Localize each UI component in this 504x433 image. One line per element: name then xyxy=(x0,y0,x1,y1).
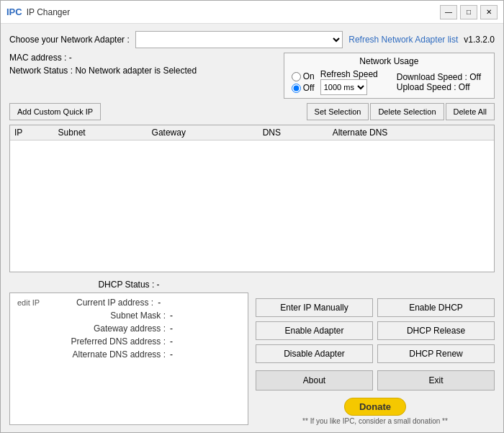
delete-all-button[interactable]: Delete All xyxy=(446,103,495,120)
toolbar: Add Custom Quick IP Set Selection Delete… xyxy=(9,103,495,120)
preferred-dns-value: - xyxy=(170,336,173,347)
usage-grid: On Off Refresh Speed 1000 ms xyxy=(292,69,487,95)
ip-info-col: DHCP Status : - edit IP Current IP addre… xyxy=(9,280,248,425)
download-upload-col: Download Speed : Off Upload Speed : Off xyxy=(397,72,481,92)
network-usage-title: Network Usage xyxy=(292,56,487,66)
radio-on-label[interactable]: On xyxy=(292,71,315,81)
mac-row: MAC address : - xyxy=(9,53,281,63)
main-window: IPC IP Changer — □ ✕ Choose your Network… xyxy=(0,0,504,433)
adapter-label: Choose your Network Adapter : xyxy=(9,35,130,45)
current-ip-row: edit IP Current IP address : - xyxy=(17,298,240,308)
ip-table: IP Subnet Gateway DNS Alternate DNS xyxy=(10,125,494,140)
refresh-speed-label: Refresh Speed xyxy=(320,69,378,79)
network-status-value: No Network adapter is Selected xyxy=(75,66,197,76)
upload-speed-value: Off xyxy=(459,82,470,92)
enable-adapter-button[interactable]: Enable Adapter xyxy=(256,321,373,340)
adapter-select[interactable] xyxy=(135,31,343,48)
alternate-dns-row: Alternate DNS address : - xyxy=(17,349,240,360)
title-bar: IPC IP Changer — □ ✕ xyxy=(1,1,503,24)
ip-info-box: edit IP Current IP address : - Subnet Ma… xyxy=(9,293,248,425)
minimize-button[interactable]: — xyxy=(440,5,457,19)
maximize-button[interactable]: □ xyxy=(460,5,477,19)
dhcp-release-button[interactable]: DHCP Release xyxy=(377,321,495,340)
upload-speed-label: Upload Speed : xyxy=(397,82,456,92)
gateway-value: - xyxy=(170,323,173,334)
subnet-mask-row: Subnet Mask : - xyxy=(17,311,240,321)
radio-off[interactable] xyxy=(292,84,301,93)
donate-button[interactable]: Donate xyxy=(344,398,406,416)
edit-ip-tag: edit IP xyxy=(17,298,40,307)
radio-group: On Off xyxy=(292,71,315,93)
close-button[interactable]: ✕ xyxy=(480,5,498,19)
mac-network-col: MAC address : - Network Status : No Netw… xyxy=(9,53,281,99)
col-alternate-dns: Alternate DNS xyxy=(328,125,494,140)
upload-speed-row: Upload Speed : Off xyxy=(397,82,481,92)
donate-note: ** If you like IPC, consider a small don… xyxy=(302,417,448,425)
about-button[interactable]: About xyxy=(256,370,373,390)
app-icon: IPC xyxy=(6,6,22,17)
col-subnet: Subnet xyxy=(54,125,148,140)
ip-table-container: IP Subnet Gateway DNS Alternate DNS xyxy=(9,125,495,272)
download-speed-label: Download Speed : xyxy=(397,72,467,82)
gateway-label: Gateway address : xyxy=(55,323,170,334)
preferred-dns-row: Preferred DNS address : - xyxy=(17,336,240,347)
enter-ip-manually-button[interactable]: Enter IP Manually xyxy=(256,298,373,317)
radio-off-label[interactable]: Off xyxy=(292,83,315,93)
alternate-dns-label: Alternate DNS address : xyxy=(55,349,170,360)
col-dns: DNS xyxy=(258,125,328,140)
action-row-2: Enable Adapter DHCP Release xyxy=(256,321,495,340)
radio-off-text: Off xyxy=(303,83,315,93)
refresh-speed-col: Refresh Speed 1000 ms xyxy=(320,69,378,95)
disable-adapter-button[interactable]: Disable Adapter xyxy=(256,344,373,363)
mac-value: - xyxy=(69,53,72,63)
about-exit-row: About Exit xyxy=(256,370,495,390)
radio-on-text: On xyxy=(303,71,315,81)
current-ip-label: Current IP address : xyxy=(42,298,158,308)
dhcp-status-row: DHCP Status : - xyxy=(9,280,248,290)
network-info-row: MAC address : - Network Status : No Netw… xyxy=(9,53,495,99)
enable-dhcp-button[interactable]: Enable DHCP xyxy=(377,298,495,317)
action-row-3: Disable Adapter DHCP Renew xyxy=(256,344,495,363)
bottom-section: DHCP Status : - edit IP Current IP addre… xyxy=(9,280,495,425)
exit-button[interactable]: Exit xyxy=(377,370,495,390)
window-controls: — □ ✕ xyxy=(440,5,498,19)
donate-row: Donate ** If you like IPC, consider a sm… xyxy=(256,398,495,425)
adapter-row: Choose your Network Adapter : Refresh Ne… xyxy=(9,31,495,48)
main-content: Choose your Network Adapter : Refresh Ne… xyxy=(1,24,503,432)
col-ip: IP xyxy=(10,125,54,140)
alternate-dns-value: - xyxy=(170,349,173,360)
network-usage-box: Network Usage On Off Refresh Speed xyxy=(284,53,495,99)
col-gateway: Gateway xyxy=(148,125,258,140)
version-label: v1.3.2.0 xyxy=(464,35,495,45)
dhcp-status-label: DHCP Status : xyxy=(98,280,154,290)
app-title: IP Changer xyxy=(27,7,440,17)
mac-label: MAC address : xyxy=(9,53,66,63)
network-status-label: Network Status : xyxy=(9,66,73,76)
gateway-row: Gateway address : - xyxy=(17,323,240,334)
action-col: Enter IP Manually Enable DHCP Enable Ada… xyxy=(256,280,495,425)
dhcp-status-value: - xyxy=(157,280,160,290)
download-speed-value: Off xyxy=(469,72,481,82)
delete-selection-button[interactable]: Delete Selection xyxy=(370,103,444,120)
refresh-adapter-link[interactable]: Refresh Network Adapter list xyxy=(348,35,458,45)
ip-table-header-row: IP Subnet Gateway DNS Alternate DNS xyxy=(10,125,494,140)
subnet-mask-label: Subnet Mask : xyxy=(55,311,170,321)
action-row-1: Enter IP Manually Enable DHCP xyxy=(256,298,495,317)
current-ip-value: - xyxy=(158,298,161,308)
ip-table-head: IP Subnet Gateway DNS Alternate DNS xyxy=(10,125,494,140)
set-selection-button[interactable]: Set Selection xyxy=(307,103,369,120)
radio-on[interactable] xyxy=(292,72,301,81)
add-custom-quick-ip-button[interactable]: Add Custom Quick IP xyxy=(9,103,101,120)
subnet-mask-value: - xyxy=(170,311,173,321)
refresh-speed-select[interactable]: 1000 ms xyxy=(320,79,367,95)
status-row: Network Status : No Network adapter is S… xyxy=(9,66,281,76)
download-speed-row: Download Speed : Off xyxy=(397,72,481,82)
dhcp-renew-button[interactable]: DHCP Renew xyxy=(377,344,495,363)
preferred-dns-label: Preferred DNS address : xyxy=(55,336,170,347)
